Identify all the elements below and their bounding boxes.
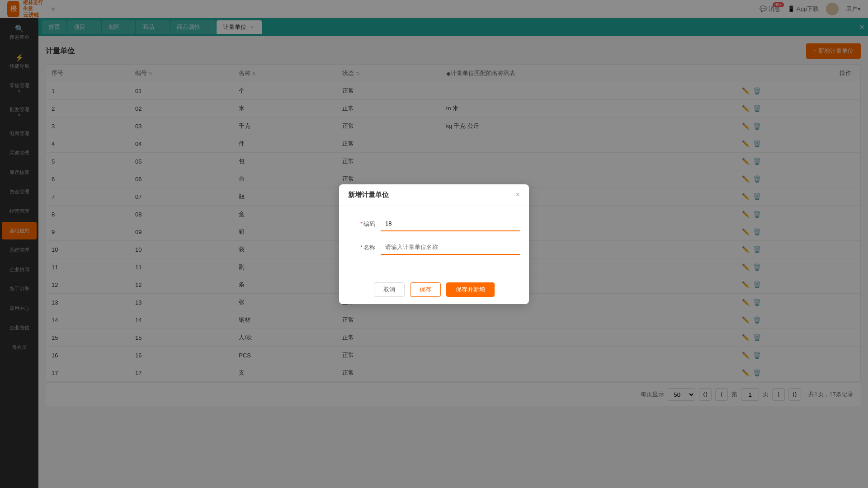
code-label: *编码 xyxy=(348,220,375,228)
modal-body: *编码 *名称 xyxy=(339,206,529,275)
save-new-button[interactable]: 保存并新增 xyxy=(446,282,495,297)
modal-title: 新增计量单位 xyxy=(348,191,389,199)
add-unit-modal: 新增计量单位 × *编码 *名称 取消 保存 保存并新增 xyxy=(339,184,529,304)
save-button[interactable]: 保存 xyxy=(410,282,441,297)
name-input[interactable] xyxy=(381,240,520,255)
cancel-button[interactable]: 取消 xyxy=(374,282,405,297)
modal-overlay[interactable]: 新增计量单位 × *编码 *名称 取消 保存 保存并新增 xyxy=(0,0,868,488)
modal-close-button[interactable]: × xyxy=(516,191,520,199)
code-input[interactable] xyxy=(381,217,520,231)
modal-header: 新增计量单位 × xyxy=(339,184,529,206)
form-row-name: *名称 xyxy=(348,240,520,255)
form-row-code: *编码 xyxy=(348,217,520,231)
modal-footer: 取消 保存 保存并新增 xyxy=(339,275,529,304)
name-label: *名称 xyxy=(348,244,375,252)
